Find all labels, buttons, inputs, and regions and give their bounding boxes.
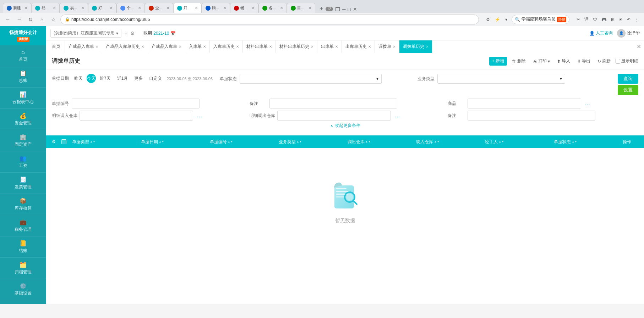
- filter-today-btn[interactable]: 今天: [87, 74, 96, 83]
- page-tab-products-in-hist-close[interactable]: ✕: [141, 45, 144, 49]
- page-tab-transfer-close[interactable]: ✕: [393, 45, 395, 49]
- calendar-icon[interactable]: 📅: [170, 31, 176, 36]
- page-tab-transfer-hist[interactable]: 调拨单历史 ✕: [399, 40, 432, 53]
- sidebar-item-archive[interactable]: 🗂️ 归档管理: [0, 258, 46, 279]
- company-selector[interactable]: (勿删勿禁用）江西服宝测试专用 ▾: [50, 29, 121, 38]
- tab-close-6[interactable]: ✕: [195, 6, 198, 10]
- page-tab-transfer-hist-close[interactable]: ✕: [426, 45, 429, 49]
- page-tab-out-order[interactable]: 出库单 ✕: [317, 40, 342, 53]
- search-bar[interactable]: 🔍 学霸应聘场驱鸟员 热搜: [512, 15, 569, 24]
- th-status[interactable]: 单据状态 ▲▼: [551, 139, 620, 145]
- close-all-tabs-btn[interactable]: ✕: [634, 43, 644, 50]
- lightning-btn[interactable]: ⚡: [493, 16, 502, 23]
- tab-close-7[interactable]: ✕: [223, 6, 226, 10]
- sidebar-item-invoice[interactable]: 🧾 发票管理: [0, 173, 46, 194]
- browser-tab-6[interactable]: 好... ✕: [173, 3, 202, 13]
- page-tab-home[interactable]: 首页: [48, 40, 65, 53]
- refresh-browser-btn[interactable]: ↻: [26, 15, 35, 24]
- browser-tab-5[interactable]: 企... ✕: [145, 3, 173, 13]
- browser-tab-4[interactable]: 个... ✕: [116, 3, 145, 13]
- sidebar-item-guide[interactable]: 📖 新手引导: [0, 300, 46, 304]
- back-btn[interactable]: ←: [4, 15, 12, 24]
- filter-settings-btn[interactable]: 设置: [618, 85, 638, 95]
- page-tab-products-in[interactable]: 产成品入库单 ✕: [65, 40, 102, 53]
- query-btn[interactable]: 查询: [618, 74, 638, 84]
- th-gear-icon[interactable]: ⚙: [49, 139, 59, 144]
- sidebar-item-ledger[interactable]: 📋 总账: [0, 66, 46, 88]
- tab-close-2[interactable]: ✕: [81, 6, 84, 10]
- new-btn[interactable]: + 新增: [489, 57, 507, 66]
- th-type[interactable]: 单据类型 ▲▼: [69, 139, 138, 145]
- th-out[interactable]: 调出仓库 ▲▼: [345, 139, 414, 145]
- sidebar-item-report[interactable]: 📊 云报表中心: [0, 88, 46, 109]
- page-tab-material-out-hist[interactable]: 材料出库单历史 ✕: [276, 40, 317, 53]
- filter-note-input[interactable]: [468, 111, 595, 121]
- tab-close-3[interactable]: ✕: [110, 6, 113, 10]
- page-tab-products-in2-close[interactable]: ✕: [179, 45, 181, 49]
- filter-month-btn[interactable]: 近1月: [115, 74, 131, 83]
- scissors-btn[interactable]: ✂: [575, 16, 582, 23]
- page-tab-material-out-hist-close[interactable]: ✕: [311, 45, 313, 49]
- th-in[interactable]: 调入仓库 ▲▼: [413, 139, 482, 145]
- browser-tab-8[interactable]: 畅... ✕: [230, 3, 258, 13]
- add-company-btn[interactable]: +: [124, 30, 127, 37]
- close-window-btn[interactable]: ✕: [353, 6, 357, 12]
- filter-biz-select[interactable]: ▾: [437, 74, 565, 84]
- filter-more-btn[interactable]: 更多: [132, 74, 145, 83]
- tab-close-0[interactable]: ✕: [24, 6, 27, 10]
- tab-close-9[interactable]: ✕: [280, 6, 283, 10]
- maximize-btn[interactable]: □: [348, 6, 351, 12]
- tab-close-5[interactable]: ✕: [167, 6, 169, 10]
- browser-tab-10[interactable]: 目... ✕: [287, 3, 315, 13]
- game-btn[interactable]: 🎮: [600, 16, 608, 23]
- url-bar[interactable]: 🔒 https://cloud.chanjet.com/accounting/u…: [60, 15, 479, 24]
- theme-btn[interactable]: ☀: [617, 16, 624, 23]
- filter-detail-in-dots[interactable]: …: [197, 112, 202, 119]
- filter-goods-dots[interactable]: …: [585, 100, 590, 107]
- th-handler[interactable]: 经手人 ▲▼: [482, 139, 551, 145]
- tab-menu-btn[interactable]: 🗖: [335, 6, 340, 12]
- th-num[interactable]: 单据编号 ▲▼: [207, 139, 276, 145]
- filter-detail-out-input[interactable]: [277, 111, 391, 121]
- show-cols-btn[interactable]: 显示明细: [616, 58, 638, 64]
- import-btn[interactable]: ⬆ 导入: [555, 57, 572, 66]
- tab-close-1[interactable]: ✕: [53, 6, 56, 10]
- print-btn[interactable]: 🖨 打印 ▾: [531, 57, 552, 66]
- user-info[interactable]: 👤 徐泽华: [617, 29, 640, 38]
- filter-goods-input[interactable]: [468, 99, 581, 108]
- page-tab-material-out-close[interactable]: ✕: [269, 45, 272, 49]
- browser-tab-1[interactable]: 易... ✕: [31, 3, 60, 13]
- page-tab-products-in2[interactable]: 产成品入库单 ✕: [148, 40, 185, 53]
- filter-week-btn[interactable]: 近7天: [97, 74, 113, 83]
- page-tab-out-hist-close[interactable]: ✕: [368, 45, 371, 49]
- browser-tab-7[interactable]: 腾... ✕: [202, 3, 230, 13]
- show-cols-checkbox[interactable]: [616, 59, 620, 63]
- page-tab-products-in-close[interactable]: ✕: [95, 45, 98, 49]
- th-date[interactable]: 单据日期 ▲▼: [138, 139, 207, 145]
- th-biz[interactable]: 业务类型 ▲▼: [276, 139, 345, 145]
- sidebar-item-home[interactable]: ⌂ 首页: [0, 45, 46, 66]
- page-tab-in-hist-close[interactable]: ✕: [236, 45, 239, 49]
- export-btn[interactable]: ⬇ 导出: [575, 57, 593, 66]
- sidebar-item-inventory[interactable]: 📦 库存核算: [0, 194, 46, 215]
- sidebar-item-fixed[interactable]: 🏢 固定资产: [0, 130, 46, 151]
- filter-detail-out-dots[interactable]: …: [394, 112, 400, 119]
- history-btn[interactable]: ↶: [626, 16, 632, 23]
- page-tab-in-hist[interactable]: 入库单历史 ✕: [210, 40, 243, 53]
- page-tab-out-order-close[interactable]: ✕: [335, 45, 338, 49]
- filter-docnum-input[interactable]: [72, 99, 200, 108]
- page-tab-products-in-hist[interactable]: 产成品入库单历史 ✕: [102, 40, 148, 53]
- filter-yesterday-btn[interactable]: 昨天: [72, 74, 85, 83]
- sidebar-item-wage[interactable]: 👥 工资: [0, 151, 46, 173]
- sidebar-item-close[interactable]: 📒 结账: [0, 236, 46, 258]
- filter-status-select[interactable]: ▾: [240, 74, 382, 84]
- page-tab-in-order-close[interactable]: ✕: [203, 45, 206, 49]
- page-tab-transfer[interactable]: 调拨单 ✕: [375, 40, 399, 53]
- refresh-btn[interactable]: ↻ 刷新: [595, 57, 613, 66]
- bookmark-btn[interactable]: ☆: [49, 15, 58, 24]
- delete-btn[interactable]: 🗑 删除: [510, 57, 528, 66]
- home-browser-btn[interactable]: ⌂: [38, 15, 46, 24]
- browser-tab-2[interactable]: 易... ✕: [60, 3, 88, 13]
- menu-btn[interactable]: ⋮: [633, 16, 640, 23]
- help-link[interactable]: 👤 人工咨询: [589, 30, 613, 36]
